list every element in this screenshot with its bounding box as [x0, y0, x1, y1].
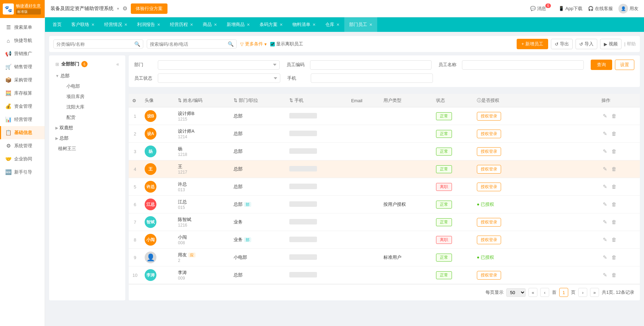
- service-btn[interactable]: 🎧 在线客服: [588, 6, 613, 12]
- auth-btn[interactable]: 授权登录: [477, 165, 501, 174]
- info-icon[interactable]: ⓘ: [477, 98, 481, 103]
- show-resigned-label[interactable]: 显示离职员工: [270, 41, 303, 47]
- tab-add-goods[interactable]: 新增商品 ✕: [222, 17, 255, 32]
- all-dept-label[interactable]: 全部部门: [61, 61, 79, 67]
- experience-btn[interactable]: 体验行业方案: [131, 3, 167, 14]
- edit-btn[interactable]: ✎: [603, 166, 607, 172]
- category-search-icon[interactable]: 🔍: [134, 41, 140, 47]
- tab-close-icon[interactable]: ✕: [247, 17, 250, 32]
- edit-btn[interactable]: ✎: [603, 272, 607, 278]
- dept-select[interactable]: [158, 60, 280, 70]
- tab-customer[interactable]: 客户联络 ✕: [66, 17, 99, 32]
- tab-history[interactable]: 经营历程 ✕: [165, 17, 198, 32]
- current-page[interactable]: 1: [559, 288, 568, 297]
- sidebar-item-finance[interactable]: 💰 资金管理: [0, 100, 45, 113]
- tree-group-head[interactable]: ▼ 总部: [53, 71, 122, 81]
- emp-name-input[interactable]: [462, 60, 584, 70]
- sidebar-item-marketing[interactable]: 📢 营销推广: [0, 47, 45, 60]
- delete-btn[interactable]: 🗑: [611, 148, 617, 154]
- tab-close-icon[interactable]: ✕: [312, 17, 316, 32]
- message-btn[interactable]: 💬 消息 6: [530, 6, 553, 12]
- prev-page-btn[interactable]: ‹: [540, 288, 549, 297]
- auth-btn[interactable]: 授权登录: [477, 130, 501, 138]
- tree-collapse-btn[interactable]: «: [116, 61, 119, 67]
- sidebar-item-search[interactable]: ☰ 搜索菜单: [0, 21, 45, 34]
- main-search-input[interactable]: [150, 42, 226, 47]
- page-size-select[interactable]: 50 100: [506, 288, 526, 297]
- sidebar-item-inventory[interactable]: 🧮 库存核算: [0, 87, 45, 100]
- tree-group-zongbu[interactable]: ▶ 总部: [53, 133, 122, 143]
- tab-home[interactable]: 首页: [48, 17, 66, 32]
- setting-btn[interactable]: 设置: [615, 60, 634, 70]
- tree-item-project[interactable]: 项目库房: [61, 91, 122, 102]
- user-profile[interactable]: 👤 用友: [618, 4, 638, 14]
- sort-icon3[interactable]: ⇅: [289, 98, 293, 103]
- tab-close-icon[interactable]: ✕: [369, 17, 372, 32]
- topbar-dropdown-icon[interactable]: ▾: [117, 6, 119, 11]
- tab-close-icon[interactable]: ✕: [190, 17, 193, 32]
- tree-item-shenyang[interactable]: 沈阳大库: [61, 102, 122, 112]
- tab-close-icon[interactable]: ✕: [280, 17, 283, 32]
- delete-btn[interactable]: 🗑: [611, 219, 617, 225]
- delete-btn[interactable]: 🗑: [611, 166, 617, 172]
- col-settings[interactable]: ⚙: [129, 94, 141, 107]
- sort-icon[interactable]: ⇅: [178, 98, 182, 103]
- emp-status-select[interactable]: [158, 73, 280, 83]
- topbar-gear-icon[interactable]: ⚙: [123, 5, 127, 12]
- delete-btn[interactable]: 🗑: [611, 201, 617, 207]
- auth-btn[interactable]: 授权登录: [477, 236, 501, 244]
- sidebar-item-collab[interactable]: 🤝 企业协同: [0, 152, 45, 166]
- category-search-input[interactable]: [56, 42, 133, 47]
- sidebar-item-guide[interactable]: 🆕 新手引导: [0, 166, 45, 179]
- tree-item-cargo[interactable]: 配货: [61, 112, 122, 123]
- sidebar-item-system[interactable]: ⚙ 系统管理: [0, 139, 45, 152]
- next-page-btn[interactable]: ›: [578, 288, 587, 297]
- delete-btn[interactable]: 🗑: [611, 184, 617, 190]
- tab-close-icon[interactable]: ✕: [91, 17, 94, 32]
- add-employee-btn[interactable]: + 新增员工: [517, 39, 548, 49]
- tab-close-icon[interactable]: ✕: [124, 17, 127, 32]
- tab-bom[interactable]: 物料清单 ✕: [288, 17, 320, 32]
- auth-btn[interactable]: 授权登录: [477, 147, 501, 156]
- edit-btn[interactable]: ✎: [603, 201, 607, 207]
- emp-code-input[interactable]: [310, 60, 432, 70]
- delete-btn[interactable]: 🗑: [611, 254, 617, 260]
- delete-btn[interactable]: 🗑: [611, 131, 617, 136]
- phone-input[interactable]: [311, 73, 433, 83]
- tab-close-icon[interactable]: ✕: [336, 17, 339, 32]
- sidebar-item-basics[interactable]: 📋 基础信息: [0, 126, 45, 139]
- category-search-wrap[interactable]: 🔍: [53, 39, 143, 49]
- tree-item-xiaodian[interactable]: 小电部: [61, 81, 122, 91]
- main-search-icon[interactable]: 🔍: [228, 41, 234, 47]
- edit-btn[interactable]: ✎: [603, 148, 607, 154]
- last-page-btn[interactable]: »: [590, 288, 599, 297]
- sidebar-item-quicknav[interactable]: ⌂ 快捷导航: [0, 34, 45, 47]
- tab-goods[interactable]: 商品 ✕: [198, 17, 222, 32]
- edit-btn[interactable]: ✎: [603, 254, 607, 260]
- edit-btn[interactable]: ✎: [603, 184, 607, 190]
- sidebar-item-sales[interactable]: 🛒 销售管理: [0, 60, 45, 73]
- delete-btn[interactable]: 🗑: [611, 237, 617, 243]
- sidebar-item-management[interactable]: 📊 经营管理: [0, 113, 45, 126]
- main-search-wrap[interactable]: 🔍: [147, 39, 237, 49]
- tree-group-shuangluxiang[interactable]: ▶ 双鹿想: [53, 123, 122, 133]
- delete-btn[interactable]: 🗑: [611, 113, 617, 119]
- edit-btn[interactable]: ✎: [603, 237, 607, 243]
- tab-profit[interactable]: 利润报告 ✕: [132, 17, 165, 32]
- tab-warehouse[interactable]: 仓库 ✕: [320, 17, 344, 32]
- video-btn[interactable]: ▶ 视频: [600, 39, 622, 49]
- tab-employees[interactable]: 部门员工 ✕: [344, 17, 377, 32]
- query-btn[interactable]: 查询: [591, 60, 612, 70]
- edit-btn[interactable]: ✎: [603, 131, 607, 136]
- sidebar-item-purchase[interactable]: 📦 采购管理: [0, 73, 45, 87]
- sort-icon2[interactable]: ⇅: [234, 98, 237, 103]
- tab-operations[interactable]: 经营情况 ✕: [99, 17, 132, 32]
- more-filter-btn[interactable]: ▽ 更多条件 ▾: [240, 41, 267, 47]
- export-btn[interactable]: ↺ 导出: [551, 39, 573, 49]
- help-btn[interactable]: | 帮助: [624, 41, 636, 47]
- show-resigned-checkbox[interactable]: [270, 42, 275, 46]
- first-page-btn[interactable]: «: [528, 288, 537, 297]
- edit-btn[interactable]: ✎: [603, 219, 607, 225]
- tab-barcode[interactable]: 条码方案 ✕: [255, 17, 288, 32]
- auth-btn[interactable]: 授权登录: [477, 218, 501, 227]
